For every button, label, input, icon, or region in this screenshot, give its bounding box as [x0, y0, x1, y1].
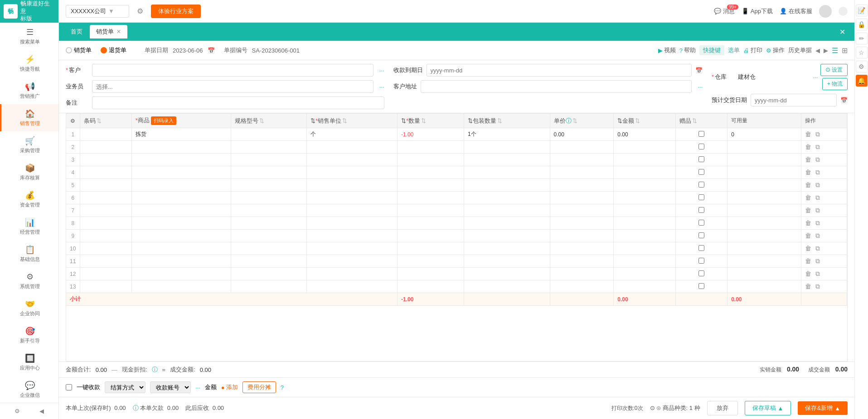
save-new-button[interactable]: 保存&新增 ▲: [798, 401, 848, 415]
cell-gift-6[interactable]: [675, 204, 727, 217]
app-download-item[interactable]: 📱 App下载: [742, 7, 773, 15]
cell-unit-1[interactable]: [306, 141, 397, 154]
payment-account-dots[interactable]: ···: [195, 384, 200, 391]
unit-sort-icon[interactable]: ⇅: [342, 117, 347, 124]
delete-icon-12[interactable]: 🗑: [805, 283, 811, 290]
cell-qty-3[interactable]: [397, 166, 464, 179]
gift-checkbox-7[interactable]: [698, 220, 704, 226]
cell-unit-2[interactable]: [306, 154, 397, 166]
toolbar-operation[interactable]: ⚙操作: [766, 46, 785, 54]
payment-add-button[interactable]: ● 添加: [221, 383, 238, 391]
panel-icon-lock[interactable]: 🔒: [856, 19, 868, 30]
cell-barcode-9[interactable]: [80, 242, 131, 255]
cell-qty-4[interactable]: [397, 179, 464, 192]
cell-pkgqty-8[interactable]: [464, 230, 550, 242]
sidebar-item-finance[interactable]: 💰 资金管理: [0, 186, 58, 213]
delete-icon-9[interactable]: 🗑: [805, 245, 811, 252]
cell-gift-5[interactable]: [675, 192, 727, 204]
sidebar-item-search[interactable]: ☰ 搜索菜单: [0, 23, 58, 50]
cell-gift-1[interactable]: [675, 141, 727, 154]
sidebar-item-quicknav[interactable]: ⚡ 快捷导航: [0, 50, 58, 77]
cell-product-4[interactable]: [131, 179, 231, 192]
address-input[interactable]: [421, 80, 692, 93]
cell-qty-12[interactable]: [397, 280, 464, 293]
cell-gift-0[interactable]: [675, 128, 727, 141]
cell-pkgqty-4[interactable]: [464, 179, 550, 192]
cell-amount-0[interactable]: 0.00: [614, 128, 676, 141]
cell-qty-11[interactable]: [397, 268, 464, 280]
delete-icon-3[interactable]: 🗑: [805, 169, 811, 176]
logistics-button[interactable]: + 物流: [822, 78, 848, 90]
toolbar-nav-next[interactable]: ▶: [824, 47, 828, 54]
settings-gear-button[interactable]: ⚙: [134, 5, 146, 18]
cell-price-10[interactable]: [550, 255, 614, 268]
cell-price-3[interactable]: [550, 166, 614, 179]
cell-gift-8[interactable]: [675, 230, 727, 242]
cell-amount-9[interactable]: [614, 242, 676, 255]
radio-return[interactable]: 退货单: [101, 46, 126, 54]
cell-barcode-7[interactable]: [80, 217, 131, 230]
cell-barcode-11[interactable]: [80, 268, 131, 280]
toolbar-video[interactable]: ▶视频: [658, 46, 676, 54]
cell-pkgqty-6[interactable]: [464, 204, 550, 217]
copy-icon-12[interactable]: ⧉: [815, 283, 820, 290]
barcode-sort-icon[interactable]: ⇅: [97, 117, 102, 124]
warehouse-dots[interactable]: ···: [813, 74, 818, 81]
toolbar-view-list[interactable]: ☰: [832, 46, 838, 55]
delete-icon-10[interactable]: 🗑: [805, 257, 811, 265]
cell-product-3[interactable]: [131, 166, 231, 179]
cell-product-9[interactable]: [131, 242, 231, 255]
address-dots[interactable]: ···: [698, 83, 703, 90]
copy-icon-10[interactable]: ⧉: [815, 257, 820, 265]
gift-checkbox-4[interactable]: [698, 182, 704, 188]
cell-unit-9[interactable]: [306, 242, 397, 255]
radio-sales[interactable]: 销货单: [66, 46, 92, 54]
cell-spec-2[interactable]: [231, 154, 306, 166]
avatar2[interactable]: [839, 7, 848, 16]
customer-dots[interactable]: ···: [379, 67, 384, 74]
cell-barcode-6[interactable]: [80, 204, 131, 217]
sidebar-settings-icon[interactable]: ⚙: [15, 408, 20, 414]
cell-amount-5[interactable]: [614, 192, 676, 204]
copy-icon-4[interactable]: ⧉: [815, 181, 820, 188]
delete-icon-0[interactable]: 🗑: [805, 130, 811, 138]
sidebar-item-baseinfo[interactable]: 📋 基础信息: [0, 240, 58, 267]
cell-unit-4[interactable]: [306, 179, 397, 192]
save-draft-button[interactable]: 保存草稿 ▲: [745, 401, 791, 415]
cell-product-0[interactable]: 拣货: [131, 128, 231, 141]
cell-pkgqty-5[interactable]: [464, 192, 550, 204]
gift-checkbox-9[interactable]: [698, 245, 704, 251]
delete-icon-7[interactable]: 🗑: [805, 219, 811, 226]
calendar-icon[interactable]: 📅: [208, 47, 215, 54]
cell-spec-5[interactable]: [231, 192, 306, 204]
cell-amount-1[interactable]: [614, 141, 676, 154]
payment-account-select[interactable]: 收款账号: [150, 381, 191, 393]
fee-help-icon[interactable]: ?: [281, 384, 284, 391]
discard-button[interactable]: 放弃: [707, 401, 738, 415]
cell-price-12[interactable]: [550, 280, 614, 293]
cell-qty-10[interactable]: [397, 255, 464, 268]
cell-spec-6[interactable]: [231, 204, 306, 217]
cell-spec-7[interactable]: [231, 217, 306, 230]
cell-qty-1[interactable]: [397, 141, 464, 154]
panel-icon-settings[interactable]: ⚙: [856, 61, 868, 72]
cell-amount-7[interactable]: [614, 217, 676, 230]
cell-barcode-10[interactable]: [80, 255, 131, 268]
cell-unit-0[interactable]: 个: [306, 128, 397, 141]
cell-product-7[interactable]: [131, 217, 231, 230]
delete-icon-11[interactable]: 🗑: [805, 270, 811, 277]
trial-button[interactable]: 体验行业方案: [151, 5, 201, 18]
cell-qty-5[interactable]: [397, 192, 464, 204]
payment-method-select[interactable]: 结算方式: [105, 381, 145, 393]
sidebar-item-inventory[interactable]: 📦 库存核算: [0, 159, 58, 186]
cell-unit-8[interactable]: [306, 230, 397, 242]
copy-icon-11[interactable]: ⧉: [815, 270, 820, 277]
cell-price-6[interactable]: [550, 204, 614, 217]
toolbar-nav-prev[interactable]: ◀: [815, 47, 820, 54]
cell-gift-11[interactable]: [675, 268, 727, 280]
sidebar-item-guide[interactable]: 🎯 新手引导: [0, 322, 58, 349]
toolbar-help[interactable]: ?帮助: [679, 46, 696, 54]
tab-close-top-icon[interactable]: ✕: [835, 28, 850, 36]
tab-sales-order[interactable]: 销货单 ✕: [90, 25, 127, 39]
cell-gift-2[interactable]: [675, 154, 727, 166]
